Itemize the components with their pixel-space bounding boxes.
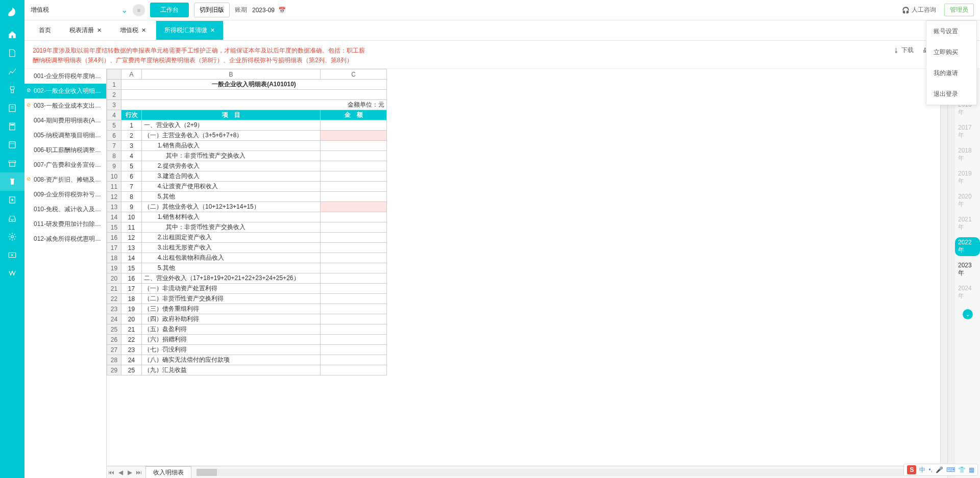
- left-sidebar: [0, 0, 24, 478]
- switch-old-button[interactable]: 切到旧版: [194, 3, 230, 17]
- form-list: 001-企业所得税年度纳税申...⊘002-一般企业收入明细表(A1...⊘00…: [24, 69, 106, 478]
- note-icon[interactable]: ≡: [133, 4, 145, 16]
- nav-template-icon[interactable]: [0, 136, 24, 154]
- year-item[interactable]: 2022年: [955, 237, 980, 256]
- sheet-scroll[interactable]: ABC1一般企业收入明细表(A101010)23金额单位：元4行次项 目金 额5…: [107, 69, 940, 466]
- nav-vip-icon[interactable]: [0, 264, 24, 283]
- sheet-tab-bar: ⏮ ◀ ▶ ⏭ 收入明细表: [107, 466, 947, 478]
- form-list-item[interactable]: 004-期间费用明细表(A1040...: [24, 113, 106, 128]
- period-picker[interactable]: 2023-09 📅: [252, 7, 286, 14]
- chevron-down-icon: ⌄: [121, 5, 128, 15]
- sheet-nav-first[interactable]: ⏮: [107, 469, 116, 476]
- admin-menu-buy[interactable]: 立即购买: [926, 42, 976, 63]
- download-button[interactable]: ⭳下载: [893, 46, 914, 55]
- nav-inbox-icon[interactable]: [0, 209, 24, 228]
- ime-lang[interactable]: 中: [919, 466, 925, 474]
- admin-menu-logout[interactable]: 退出登录: [926, 84, 976, 105]
- page-tabs: 首页税表清册✕增值税✕所得税汇算清缴✕: [24, 20, 980, 41]
- warning-notice: 2019年度涉及取以前年度结转数据的申报表单元格需要手工维护正确，才能保证本年及…: [33, 46, 370, 65]
- horizontal-scrollbar[interactable]: [197, 469, 942, 476]
- svg-rect-4: [10, 124, 14, 125]
- nav-export-icon[interactable]: [0, 191, 24, 209]
- warn-icon: ⊘: [27, 176, 31, 182]
- year-rail: 2016年2017年2018年2019年2020年2021年2022年2023年…: [954, 69, 980, 478]
- form-list-item[interactable]: 010-免税、减计收入及加计...: [24, 202, 106, 217]
- ime-mic-icon[interactable]: 🎤: [936, 466, 943, 473]
- company-dropdown[interactable]: 增值税 ⌄: [31, 5, 128, 15]
- year-item[interactable]: 2020年: [955, 191, 980, 210]
- form-list-item[interactable]: 005-纳税调整项目明细表(A1...: [24, 128, 106, 143]
- ime-keyboard-icon[interactable]: ⌨: [946, 466, 955, 473]
- nav-money-icon[interactable]: [0, 81, 24, 99]
- nav-doc-icon[interactable]: [0, 44, 24, 62]
- sheet-nav-last[interactable]: ⏭: [134, 469, 143, 476]
- period-value: 2023-09: [252, 7, 275, 14]
- form-list-item[interactable]: 009-企业所得税弥补亏损明...: [24, 187, 106, 202]
- sheet-nav-prev[interactable]: ◀: [116, 469, 125, 476]
- svg-point-10: [11, 236, 14, 238]
- tab-item[interactable]: 税表清册✕: [61, 21, 110, 40]
- tab-close-icon[interactable]: ✕: [97, 27, 102, 34]
- headset-icon: 🎧: [902, 7, 910, 14]
- tab-item[interactable]: 增值税✕: [112, 21, 154, 40]
- sheet-nav-next[interactable]: ▶: [125, 469, 134, 476]
- nav-home-icon[interactable]: [0, 26, 24, 44]
- admin-dropdown[interactable]: 管理员: [944, 4, 974, 16]
- company-name: 增值税: [31, 6, 49, 14]
- workbench-button[interactable]: 工作台: [150, 3, 189, 17]
- download-icon: ⭳: [893, 47, 899, 54]
- tab-close-icon[interactable]: ✕: [210, 27, 215, 34]
- form-list-item[interactable]: 012-减免所得税优惠明细表(...: [24, 232, 106, 246]
- form-list-item[interactable]: 011-研发费用加计扣除优惠...: [24, 217, 106, 232]
- year-item[interactable]: 2018年: [955, 145, 980, 164]
- spreadsheet: ABC1一般企业收入明细表(A101010)23金额单位：元4行次项 目金 额5…: [106, 69, 947, 478]
- tab-item[interactable]: 首页: [31, 21, 59, 40]
- ime-logo-icon[interactable]: S: [907, 465, 916, 474]
- year-item[interactable]: 2019年: [955, 168, 980, 187]
- tab-item[interactable]: 所得税汇算清缴✕: [156, 21, 223, 40]
- year-item[interactable]: 2017年: [955, 122, 980, 141]
- year-item[interactable]: 2023年: [955, 260, 980, 279]
- content-area: 2019年度涉及取以前年度结转数据的申报表单元格需要手工维护正确，才能保证本年及…: [24, 41, 980, 478]
- admin-menu: 账号设置 立即购买 我的邀请 退出登录: [926, 20, 977, 105]
- admin-menu-invite[interactable]: 我的邀请: [926, 63, 976, 84]
- consult-link[interactable]: 🎧 人工咨询: [898, 4, 940, 16]
- form-list-item[interactable]: 006-职工薪酬纳税调整明细...: [24, 143, 106, 158]
- form-list-item[interactable]: ⊘008-资产折旧、摊销及纳税...: [24, 172, 106, 187]
- form-list-item[interactable]: ⊘003-一般企业成本支出明细...: [24, 98, 106, 113]
- tab-close-icon[interactable]: ✕: [141, 27, 146, 34]
- form-list-item[interactable]: ⊘002-一般企业收入明细表(A1...: [24, 84, 106, 98]
- svg-rect-5: [9, 142, 15, 148]
- period-label: 账期: [235, 6, 247, 14]
- nav-settings-icon[interactable]: [0, 228, 24, 246]
- vertical-scrollbar[interactable]: [940, 69, 947, 466]
- nav-calc-icon[interactable]: [0, 117, 24, 136]
- nav-archive-icon[interactable]: [0, 154, 24, 172]
- warn-icon: ⊘: [27, 102, 31, 108]
- calendar-icon: 📅: [278, 7, 286, 14]
- nav-video-icon[interactable]: [0, 246, 24, 264]
- sheet-tab[interactable]: 收入明细表: [145, 466, 191, 479]
- ime-tools-icon[interactable]: ▦: [969, 466, 974, 473]
- nav-tax-icon[interactable]: [0, 172, 24, 191]
- nav-chart-icon[interactable]: [0, 62, 24, 81]
- admin-menu-account[interactable]: 账号设置: [926, 21, 976, 42]
- warn-icon: ⊘: [27, 87, 31, 93]
- year-item[interactable]: 2021年: [955, 214, 980, 233]
- app-logo: [4, 4, 20, 20]
- content-scrollbar[interactable]: [947, 69, 954, 478]
- form-list-item[interactable]: 001-企业所得税年度纳税申...: [24, 69, 106, 84]
- form-list-item[interactable]: 007-广告费和业务宣传费跨...: [24, 158, 106, 172]
- main-area: 增值税 ⌄ ≡ 工作台 切到旧版 账期 2023-09 📅 🎧 人工咨询 管理员…: [24, 0, 980, 478]
- nav-form-icon[interactable]: [0, 99, 24, 117]
- year-more-icon[interactable]: ⌄: [963, 309, 973, 319]
- year-item[interactable]: 2024年: [955, 283, 980, 302]
- ime-punct-icon[interactable]: •,: [928, 466, 933, 473]
- svg-rect-8: [10, 163, 15, 167]
- topbar: 增值税 ⌄ ≡ 工作台 切到旧版 账期 2023-09 📅 🎧 人工咨询 管理员: [24, 0, 980, 20]
- ime-toolbar: S 中 •, 🎤 ⌨ 👕 ▦: [903, 464, 978, 476]
- ime-skin-icon[interactable]: 👕: [958, 466, 966, 473]
